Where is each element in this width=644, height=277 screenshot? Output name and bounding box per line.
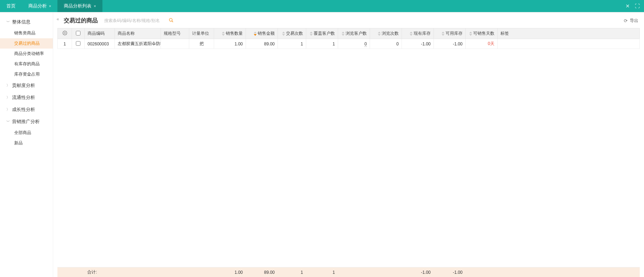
cell-avail-stock: -1.00 [434,39,466,49]
svg-point-2 [64,32,66,34]
sidebar-group-contribution[interactable]: 〉 贡献度分析 [0,79,53,92]
column-settings-header[interactable] [58,28,72,39]
svg-marker-6 [254,34,257,36]
sidebar-group-overall[interactable]: ﹀ 整体信息 [0,16,53,28]
row-index: 1 [58,39,72,49]
sidebar-group-growth[interactable]: 〉 成长性分析 [0,104,53,116]
svg-marker-12 [342,34,345,36]
svg-marker-10 [310,34,313,36]
select-all-checkbox[interactable] [76,31,80,35]
svg-point-0 [169,18,172,21]
tab-product-analysis-list[interactable]: 商品分析列表 × [57,0,102,12]
svg-marker-15 [410,32,413,33]
col-browse-customers[interactable]: 浏览客户数 [338,28,370,39]
cell-product-code: 002600003 [85,39,115,49]
col-spec[interactable]: 规格型号 [161,28,189,39]
svg-marker-17 [442,32,444,33]
tab-label: 首页 [6,3,16,9]
col-product-name[interactable]: 商品名称 [115,28,161,39]
cell-spec [161,39,189,49]
close-all-icon[interactable]: ✕ [626,3,630,9]
totals-avail-stock: -1.00 [433,270,465,275]
col-stock-on-hand[interactable]: 现有库存 [402,28,434,39]
totals-sales-qty: 1.00 [214,270,246,275]
cell-sales-amount: 89.00 [246,39,278,49]
fullscreen-icon[interactable]: ⛶ [635,3,640,9]
export-button[interactable]: ⟳ 导出 [624,18,638,24]
cell-browse-customers[interactable]: 0 [338,39,370,49]
cell-stock-on-hand: -1.00 [402,39,434,49]
totals-cover-customers: 1 [306,270,338,275]
col-cover-customers[interactable]: 覆盖客户数 [306,28,338,39]
svg-marker-11 [342,32,345,33]
select-all-header[interactable] [72,28,85,39]
svg-marker-9 [310,32,313,33]
table-row[interactable]: 1 002600003 左都胶囊五折遮阳伞防晒伞; 把 1.00 89.00 1… [58,39,640,49]
page-title: 交易过的商品 [64,17,98,24]
svg-marker-18 [442,34,444,36]
totals-sales-amount: 89.00 [246,270,278,275]
collapse-sidebar-button[interactable]: « [55,16,61,22]
svg-marker-19 [469,32,472,33]
col-browse-count[interactable]: 浏览次数 [370,28,402,39]
cell-cover-customers: 1 [306,39,338,49]
sidebar-item-all-products[interactable]: 全部商品 [0,128,53,138]
col-tags[interactable]: 标签 [498,28,640,39]
sidebar-group-liquidity[interactable]: 〉 流通性分析 [0,92,53,104]
col-sale-days[interactable]: 可销售天数 [466,28,498,39]
data-table: 商品编码 商品名称 规格型号 计量单位 销售数量 销售金额 交易次数 覆盖客户数… [57,28,640,49]
sidebar-group-marketing[interactable]: ﹀ 营销推广分析 [0,116,53,128]
cell-tags [498,39,640,49]
search-icon[interactable] [169,18,174,24]
cell-sale-days: 0天 [466,39,498,49]
svg-marker-13 [378,32,381,33]
col-sales-qty[interactable]: 销售数量 [214,28,246,39]
sidebar-item-traded-products[interactable]: 交易过的商品 [0,38,53,49]
totals-trade-count: 1 [278,270,306,275]
col-product-code[interactable]: 商品编码 [85,28,115,39]
svg-marker-16 [410,34,413,36]
gear-icon [62,32,67,37]
sidebar-item-category-turnover[interactable]: 商品分类动销率 [0,49,53,59]
sidebar: ﹀ 整体信息 销售类商品 交易过的商品 商品分类动销率 有库存的商品 库存资金占… [0,12,53,277]
chevron-right-icon: 〉 [6,107,10,112]
chevron-right-icon: 〉 [6,83,10,88]
export-label: 导出 [630,18,638,24]
tab-product-analysis[interactable]: 商品分析 × [22,0,57,12]
tab-bar: 首页 商品分析 × 商品分析列表 × ✕ ⛶ [0,0,644,12]
close-icon[interactable]: × [49,4,51,8]
totals-row: 合计: 1.00 89.00 1 1 -1.00 -1.00 [57,267,640,277]
cell-browse-count: 0 [370,39,402,49]
cell-product-name: 左都胶囊五折遮阳伞防晒伞; [115,39,161,49]
col-trade-count[interactable]: 交易次数 [278,28,306,39]
cell-trade-count: 1 [278,39,306,49]
svg-marker-8 [282,34,285,36]
chevron-down-icon: ﹀ [6,20,10,24]
col-sales-amount[interactable]: 销售金额 [246,28,278,39]
row-checkbox[interactable] [76,41,80,46]
cell-sales-qty: 1.00 [214,39,246,49]
sidebar-group-label: 营销推广分析 [12,118,40,125]
sidebar-group-label: 整体信息 [12,19,30,25]
search-input[interactable] [103,17,167,24]
sidebar-group-label: 成长性分析 [12,106,35,113]
content-header: 交易过的商品 ⟳ 导出 [53,12,644,28]
sidebar-item-new-products[interactable]: 新品 [0,138,53,148]
cell-unit: 把 [189,39,214,49]
col-unit[interactable]: 计量单位 [189,28,214,39]
sidebar-item-stocked-products[interactable]: 有库存的商品 [0,59,53,69]
export-icon: ⟳ [624,18,628,23]
svg-marker-3 [222,32,225,33]
col-avail-stock[interactable]: 可用库存 [434,28,466,39]
sidebar-item-inventory-funds[interactable]: 库存资金占用 [0,69,53,79]
sidebar-item-sales-products[interactable]: 销售类商品 [0,28,53,38]
svg-marker-5 [254,32,257,33]
tab-label: 商品分析 [28,3,47,9]
totals-stock-on-hand: -1.00 [402,270,433,275]
svg-marker-4 [222,34,225,36]
tab-home[interactable]: 首页 [0,0,22,12]
sidebar-group-label: 贡献度分析 [12,82,35,89]
totals-label: 合计: [84,269,114,275]
svg-marker-14 [378,34,381,36]
close-icon[interactable]: × [94,4,96,8]
